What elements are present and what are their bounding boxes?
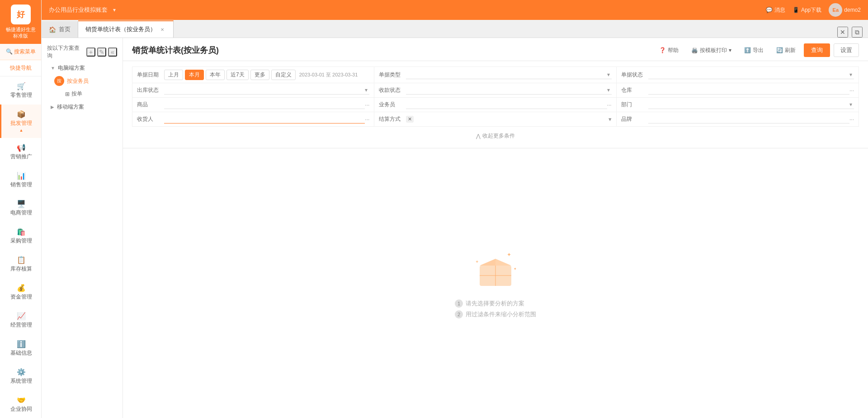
quick-nav-button[interactable]: 快捷导航: [4, 62, 38, 74]
edit-icon: ✎: [99, 48, 104, 56]
doctype-label: 单据类型: [379, 71, 406, 79]
quick-nav-section: 快捷导航: [0, 60, 41, 76]
docstatus-dropdown[interactable]: ▾: [648, 71, 854, 79]
search-menu-button[interactable]: 🔍 搜索菜单: [4, 46, 38, 58]
logo-text: 畅捷通好生意: [6, 26, 36, 33]
app-download-button[interactable]: 📱 App下载: [793, 6, 821, 14]
tree-grandchild-order[interactable]: ⊞ 按单: [42, 88, 123, 100]
window-maximize-button[interactable]: ⧉: [852, 27, 863, 38]
sidebar-item-purchase[interactable]: 🛍️ 采购管理: [0, 222, 41, 250]
date-btn-7days[interactable]: 近7天: [226, 70, 249, 80]
date-btn-more[interactable]: 更多: [250, 70, 269, 80]
tab-home[interactable]: 🏠 首页: [42, 21, 78, 38]
download-icon: 📱: [793, 7, 799, 13]
sidebar-item-ecommerce[interactable]: 🖥️ 电商管理: [0, 194, 41, 222]
date-btn-this-year[interactable]: 本年: [206, 70, 225, 80]
help-label: 帮助: [668, 47, 679, 54]
page-title: 销货单统计表(按业务员): [132, 45, 655, 56]
sidebar-item-finance[interactable]: 💰 资金管理: [0, 278, 41, 306]
tab-report-label: 销货单统计表（按业务员）: [85, 25, 156, 33]
tab-close-button[interactable]: ✕: [159, 26, 166, 33]
basic-icon: ℹ️: [17, 340, 26, 348]
topbar-actions: 💬 消息 📱 App下载 Ea demo2: [766, 3, 861, 17]
brand-more-btn[interactable]: ···: [849, 116, 854, 123]
filter-settlement-cell: 结算方式 ✕ ▾: [374, 112, 616, 126]
tree-mobile-expand-icon: ▶: [51, 104, 54, 109]
print-button[interactable]: 🖨️ 按模板打印 ▾: [687, 45, 736, 56]
logo-tagline: 标准版: [13, 33, 28, 39]
company-dropdown-icon[interactable]: ▾: [113, 7, 116, 13]
filter-brand-cell: 品牌 ···: [617, 112, 859, 126]
add-icon: +: [89, 48, 93, 56]
sidebar-item-basic-label: 基础信息: [10, 349, 32, 357]
sidebar-item-marketing-label: 营销推广: [10, 153, 32, 161]
consignee-input[interactable]: [164, 115, 365, 124]
date-btn-last-month[interactable]: 上月: [164, 70, 183, 80]
collapse-panel-button[interactable]: «: [108, 48, 117, 57]
tree-child-salesperson[interactable]: 按 按业务员: [42, 74, 123, 88]
sidebar-item-wholesale-label: 批发管理: [10, 119, 32, 127]
date-btn-this-month[interactable]: 本月: [185, 70, 204, 80]
brand-input[interactable]: [648, 115, 849, 124]
finance-icon: 💰: [17, 284, 26, 292]
goods-input[interactable]: [164, 100, 365, 109]
outbound-dropdown[interactable]: ▾: [164, 86, 369, 95]
payment-dropdown[interactable]: ▾: [406, 86, 611, 95]
export-icon: ⬆️: [744, 47, 751, 53]
salesperson-more-btn[interactable]: ···: [607, 102, 612, 108]
messages-button[interactable]: 💬 消息: [766, 6, 785, 14]
sidebar-item-sales-label: 销售管理: [10, 181, 32, 189]
empty-illustration: ✦ ✦ ✦: [468, 245, 523, 290]
sidebar-item-system[interactable]: ⚙️ 系统管理: [0, 362, 41, 390]
wholesale-icon: 📦: [17, 110, 26, 119]
filter-doctype-cell: 单据类型 ▾: [374, 67, 616, 83]
sidebar-item-enterprise[interactable]: 🤝 企业协同: [0, 390, 41, 418]
query-button[interactable]: 查询: [804, 43, 830, 57]
add-scheme-button[interactable]: +: [86, 48, 95, 57]
sidebar-item-operations[interactable]: 📈 经营管理: [0, 306, 41, 334]
export-button[interactable]: ⬆️ 导出: [740, 45, 768, 56]
page-actions: ❓ 帮助 🖨️ 按模板打印 ▾ ⬆️ 导出 🔄 刷新: [655, 43, 859, 57]
sidebar-item-operations-label: 经营管理: [10, 321, 32, 329]
sidebar-item-marketing[interactable]: 📢 营销推广: [0, 138, 41, 166]
refresh-button[interactable]: 🔄 刷新: [772, 45, 800, 56]
settings-button[interactable]: 设置: [834, 43, 859, 57]
warehouse-input[interactable]: [648, 86, 849, 95]
edit-scheme-button[interactable]: ✎: [97, 48, 106, 57]
sidebar-item-inventory[interactable]: 📋 库存核算: [0, 250, 41, 278]
empty-svg: ✦ ✦ ✦: [468, 245, 523, 290]
sidebar-item-wholesale[interactable]: 📦 批发管理 ▲: [0, 104, 41, 138]
department-dropdown[interactable]: ▾: [648, 100, 854, 109]
topbar: 办公用品行业模拟账套 ▾ 💬 消息 📱 App下载 Ea demo2: [42, 0, 868, 20]
doctype-dropdown[interactable]: ▾: [406, 71, 611, 79]
warehouse-more-btn[interactable]: ···: [849, 87, 854, 94]
tree-pc-section[interactable]: ▼ 电脑端方案: [42, 62, 123, 74]
svg-marker-2: [495, 259, 511, 266]
sidebar-item-sales[interactable]: 📊 销售管理: [0, 166, 41, 194]
user-menu[interactable]: Ea demo2: [829, 3, 861, 17]
enterprise-icon: 🤝: [17, 396, 26, 404]
sidebar-item-retail-label: 零售管理: [10, 91, 32, 99]
tree-mobile-section[interactable]: ▶ 移动端方案: [42, 101, 123, 113]
sidebar-item-purchase-label: 采购管理: [10, 237, 32, 245]
collapse-row: ⋀ 收起更多条件: [132, 129, 859, 142]
salesperson-input[interactable]: [406, 100, 607, 109]
empty-tips: 1 请先选择要分析的方案 2 用过滤条件来缩小分析范围: [455, 299, 536, 321]
collapse-more-button[interactable]: ⋀ 收起更多条件: [476, 132, 515, 140]
tab-report[interactable]: 销货单统计表（按业务员） ✕: [78, 20, 174, 38]
settlement-tag-x[interactable]: ✕: [408, 116, 412, 122]
consignee-more-btn[interactable]: ···: [365, 116, 369, 123]
sidebar-item-basic[interactable]: ℹ️ 基础信息: [0, 334, 41, 362]
search-menu-label: 搜索菜单: [14, 48, 36, 56]
filter-row-1: 单据日期 上月 本月 本年 近7天 更多 自定义 2023-03-01 至 20…: [132, 66, 859, 83]
goods-more-btn[interactable]: ···: [365, 102, 369, 108]
sidebar-item-retail[interactable]: 🛒 零售管理: [0, 76, 41, 104]
filter-salesperson-cell: 业务员 ···: [374, 98, 616, 112]
tip-2-text: 用过滤条件来缩小分析范围: [466, 310, 536, 318]
help-button[interactable]: ❓ 帮助: [655, 45, 683, 56]
settlement-control: ✕ ▾: [406, 116, 611, 123]
settlement-tag[interactable]: ✕: [406, 116, 414, 123]
date-btn-custom[interactable]: 自定义: [271, 70, 296, 80]
empty-tip-1: 1 请先选择要分析的方案: [455, 299, 536, 308]
window-close-button[interactable]: ✕: [837, 27, 848, 38]
